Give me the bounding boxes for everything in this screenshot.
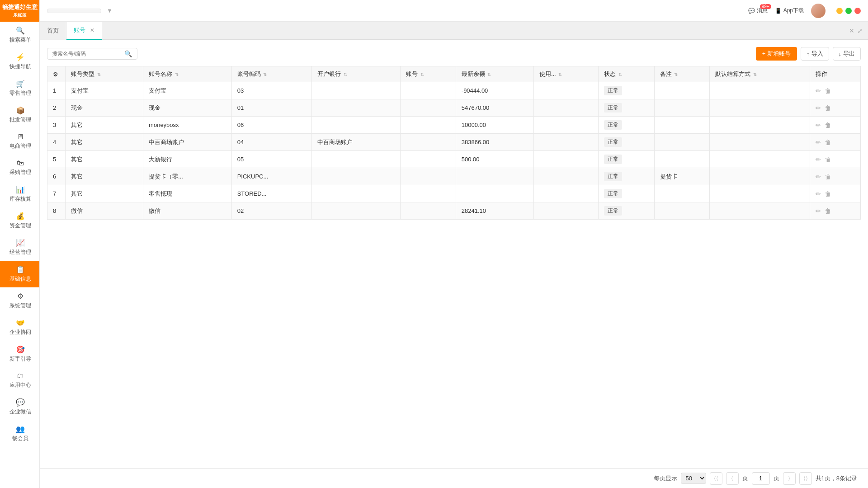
- th-remark-label: 备注: [660, 70, 672, 77]
- window-close-button[interactable]: [854, 8, 861, 14]
- window-minimize-button[interactable]: [836, 8, 843, 14]
- status-badge: 正常: [604, 155, 622, 164]
- tab-account-close[interactable]: ✕: [90, 27, 94, 33]
- delete-icon[interactable]: 🗑: [825, 87, 831, 94]
- sidebar-item-member[interactable]: 👥 畅会员: [0, 420, 39, 447]
- th-usage[interactable]: 使用... ⇅: [533, 66, 598, 82]
- pagination: 每页显示 50 100 ⟨⟨ ⟨ 页 页 ⟩ ⟩⟩ 共1页，8条记录: [40, 468, 868, 488]
- th-type[interactable]: 账号类型 ⇅: [66, 66, 143, 82]
- th-name[interactable]: 账号名称 ⇅: [143, 66, 232, 82]
- page-first-button[interactable]: ⟨⟨: [710, 472, 722, 485]
- page-last-button[interactable]: ⟩⟩: [799, 472, 812, 485]
- delete-icon[interactable]: 🗑: [825, 207, 831, 215]
- delete-icon[interactable]: 🗑: [825, 104, 831, 112]
- page-input[interactable]: [752, 472, 770, 485]
- edit-icon[interactable]: ✏: [816, 207, 821, 215]
- export-button[interactable]: ↓ 导出: [833, 47, 861, 61]
- search-wrap: 🔍: [47, 48, 137, 60]
- top-search[interactable]: [47, 9, 101, 13]
- cell-usage: [533, 202, 598, 220]
- cell-name: 大新银行: [143, 151, 232, 168]
- member-icon: 👥: [16, 425, 25, 433]
- add-account-button[interactable]: + 新增账号: [756, 47, 797, 61]
- edit-icon[interactable]: ✏: [816, 190, 821, 197]
- status-badge: 正常: [604, 86, 622, 95]
- th-remark[interactable]: 备注 ⇅: [654, 66, 710, 82]
- cell-name: 中百商场账户: [143, 134, 232, 151]
- status-badge: 正常: [604, 172, 622, 181]
- sidebar-item-finance[interactable]: 💰 资金管理: [0, 207, 39, 234]
- page-next-button[interactable]: ⟩: [783, 472, 796, 485]
- cell-remark: [654, 202, 710, 220]
- sidebar-item-guide[interactable]: 🎯 新手引导: [0, 341, 39, 367]
- sidebar-item-label: 零售管理: [9, 89, 31, 97]
- main-content: ▼ 💬 消息 99+ 📱 App下载 首页 账号: [40, 0, 868, 488]
- cell-balance: 28241.10: [456, 202, 533, 220]
- th-code-label: 账号编码: [237, 70, 261, 77]
- tab-fullscreen-icon[interactable]: ⤢: [857, 27, 863, 34]
- sidebar-item-search[interactable]: 🔍 搜索菜单: [0, 22, 39, 48]
- search-icon[interactable]: 🔍: [124, 50, 132, 57]
- tab-close-icon[interactable]: ✕: [849, 27, 854, 34]
- tab-account-label: 账号: [74, 26, 85, 34]
- th-code[interactable]: 账号编码 ⇅: [231, 66, 312, 82]
- th-bank-label: 开户银行: [317, 70, 341, 77]
- delete-icon[interactable]: 🗑: [825, 139, 831, 146]
- cell-settlement: [710, 82, 810, 99]
- th-status[interactable]: 状态 ⇅: [599, 66, 654, 82]
- edit-icon[interactable]: ✏: [816, 104, 821, 112]
- import-button[interactable]: ↑ 导入: [801, 47, 829, 61]
- sidebar-item-label: 畅会员: [12, 435, 28, 442]
- page-suffix: 页: [774, 474, 779, 483]
- th-account[interactable]: 账号 ⇅: [401, 66, 456, 82]
- sidebar-item-purchase[interactable]: 🛍 采购管理: [0, 155, 39, 181]
- tab-home-label: 首页: [47, 27, 59, 35]
- sidebar-item-retail[interactable]: 🛒 零售管理: [0, 75, 39, 102]
- user-avatar[interactable]: [811, 4, 826, 18]
- sidebar-item-ecommerce[interactable]: 🖥 电商管理: [0, 128, 39, 155]
- delete-icon[interactable]: 🗑: [825, 122, 831, 129]
- sidebar-item-collab[interactable]: 🤝 企业协同: [0, 314, 39, 341]
- sidebar-item-inventory[interactable]: 📊 库存核算: [0, 181, 39, 207]
- edit-icon[interactable]: ✏: [816, 156, 821, 163]
- sidebar-item-basic-info[interactable]: 📋 基础信息: [0, 261, 39, 287]
- window-maximize-button[interactable]: [845, 8, 852, 14]
- sidebar-item-system[interactable]: ⚙ 系统管理: [0, 287, 39, 314]
- delete-icon[interactable]: 🗑: [825, 173, 831, 180]
- page-prev-button[interactable]: ⟨: [726, 472, 739, 485]
- edit-icon[interactable]: ✏: [816, 173, 821, 180]
- tab-account[interactable]: 账号 ✕: [66, 22, 102, 40]
- sidebar-item-wholesale[interactable]: 📦 批发管理: [0, 102, 39, 128]
- message-button[interactable]: 💬 消息 99+: [748, 7, 768, 14]
- sort-icon: ⇅: [420, 72, 424, 77]
- th-bank[interactable]: 开户银行 ⇅: [312, 66, 401, 82]
- cell-code: 01: [231, 99, 312, 117]
- edit-icon[interactable]: ✏: [816, 139, 821, 146]
- th-settlement[interactable]: 默认结算方式 ⇅: [710, 66, 810, 82]
- cell-settlement: [710, 117, 810, 134]
- delete-icon[interactable]: 🗑: [825, 190, 831, 197]
- edit-icon[interactable]: ✏: [816, 87, 821, 94]
- cell-account: [401, 151, 456, 168]
- app-download-button[interactable]: 📱 App下载: [775, 7, 804, 14]
- delete-icon[interactable]: 🗑: [825, 156, 831, 163]
- th-setting[interactable]: ⚙: [47, 66, 66, 82]
- th-usage-label: 使用...: [539, 70, 556, 77]
- cell-code: 02: [231, 202, 312, 220]
- th-balance[interactable]: 最新余额 ⇅: [456, 66, 533, 82]
- sidebar-item-wechat[interactable]: 💬 企业微信: [0, 394, 39, 420]
- cell-index: 8: [47, 202, 66, 220]
- sidebar-item-appcenter[interactable]: 🗂 应用中心: [0, 367, 39, 394]
- search-input[interactable]: [52, 51, 124, 57]
- appcenter-icon: 🗂: [17, 372, 24, 380]
- cell-usage: [533, 168, 598, 185]
- dropdown-icon[interactable]: ▼: [107, 7, 113, 14]
- cell-bank: [312, 82, 401, 99]
- cell-bank: [312, 185, 401, 202]
- sidebar-item-quicknav[interactable]: ⚡ 快捷导航: [0, 48, 39, 75]
- page-size-select[interactable]: 50 100: [681, 473, 706, 484]
- sidebar-item-operation[interactable]: 📈 经营管理: [0, 234, 39, 261]
- tab-home[interactable]: 首页: [40, 22, 66, 40]
- edit-icon[interactable]: ✏: [816, 122, 821, 129]
- table-row: 4 其它 中百商场账户 04 中百商场账户 383866.00 正常 ✏ 🗑: [47, 134, 861, 151]
